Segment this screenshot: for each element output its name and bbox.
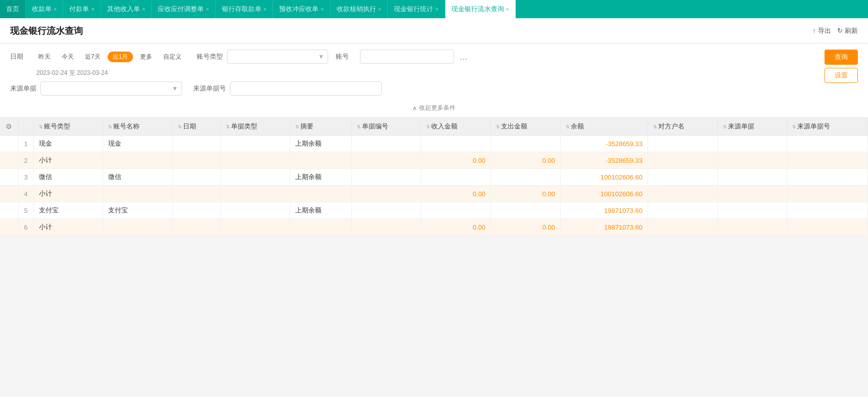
tab-close-icon[interactable]: ×	[435, 6, 438, 12]
cell-doc-type	[220, 219, 290, 236]
nav-tab-bank-flow[interactable]: 现金银行流水查询×	[445, 0, 516, 18]
cell-balance: -3528659.33	[561, 152, 648, 169]
cell-date	[173, 186, 221, 202]
cell-income: 0.00	[421, 152, 491, 169]
cell-account-type: 微信	[33, 169, 103, 186]
nav-tab-home[interactable]: 首页	[0, 0, 26, 18]
nav-tab-adjust[interactable]: 应收应付调整单×	[152, 0, 215, 18]
tab-close-icon[interactable]: ×	[263, 6, 266, 12]
collapse-icon: ∧	[413, 105, 417, 112]
cell-income	[421, 169, 491, 186]
cell-account-type: 支付宝	[33, 202, 103, 219]
refresh-button[interactable]: ↻ 刷新	[837, 26, 858, 35]
export-button[interactable]: ↑ 导出	[813, 26, 832, 35]
nav-tab-verify[interactable]: 收款核销执行×	[331, 0, 388, 18]
source-doc-no-input[interactable]	[230, 81, 382, 96]
cell-summary	[290, 219, 351, 236]
nav-tab-bank-deposit[interactable]: 银行存取款单×	[216, 0, 273, 18]
source-doc-select[interactable]	[40, 81, 182, 96]
nav-tab-label: 收款核销执行	[337, 5, 376, 14]
nav-tab-label: 首页	[6, 5, 19, 14]
export-icon: ↑	[813, 27, 816, 34]
date-btn-today[interactable]: 今天	[58, 52, 78, 62]
cell-source-doc-no	[787, 136, 868, 152]
date-btn-1month[interactable]: 近1月	[108, 52, 133, 62]
account-type-select[interactable]	[227, 50, 328, 64]
date-btn-7days[interactable]: 近7天	[81, 52, 105, 62]
source-doc-no-label: 来源单据号	[193, 84, 226, 93]
cell-date	[173, 136, 221, 152]
cell-account-name: 微信	[103, 169, 173, 186]
cell-expense	[491, 136, 561, 152]
top-navigation: 首页收款单×付款单×其他收入单×应收应付调整单×银行存取款单×预收冲应收单×收款…	[0, 0, 868, 18]
cell-account-type: 小计	[33, 219, 103, 236]
cell-summary	[290, 186, 351, 202]
col-source-doc-no: ⇅来源单据号	[787, 118, 868, 136]
date-btn-custom[interactable]: 自定义	[159, 52, 186, 62]
tab-close-icon[interactable]: ×	[91, 6, 94, 12]
tab-close-icon[interactable]: ×	[378, 6, 381, 12]
cell-date	[173, 152, 221, 169]
refresh-icon: ↻	[837, 27, 843, 34]
tab-close-icon[interactable]: ×	[142, 6, 145, 12]
nav-tab-receive[interactable]: 收款单×	[26, 0, 63, 18]
cell-income	[421, 202, 491, 219]
cell-counterpart	[648, 136, 717, 152]
account-input[interactable]	[360, 50, 454, 64]
date-btn-more[interactable]: 更多	[136, 52, 156, 62]
col-summary: ⇅摘要	[290, 118, 351, 136]
cell-source-doc	[717, 169, 787, 186]
settings-button[interactable]: 设置	[825, 68, 858, 83]
nav-tab-payment[interactable]: 付款单×	[63, 0, 101, 18]
sort-icon: ⇅	[178, 124, 182, 129]
nav-tab-label: 银行存取款单	[222, 5, 261, 14]
sort-icon: ⇅	[226, 124, 230, 129]
date-btn-yesterday[interactable]: 昨天	[34, 52, 55, 62]
tab-close-icon[interactable]: ×	[321, 6, 324, 12]
sort-icon: ⇅	[357, 124, 361, 129]
cell-account-name	[103, 219, 173, 236]
data-table: ⚙ ⇅账号类型 ⇅账号名称 ⇅日期 ⇅单据类型 ⇅摘要	[0, 118, 868, 236]
cell-num: 1	[18, 136, 33, 152]
cell-summary: 上期余额	[290, 136, 351, 152]
cell-source-doc	[717, 152, 787, 169]
dots-button[interactable]: ...	[458, 52, 470, 62]
cell-balance: 19871073.60	[561, 219, 648, 236]
sort-icon: ⇅	[792, 124, 796, 129]
cell-doc-no	[351, 219, 421, 236]
cell-doc-type	[220, 136, 290, 152]
col-income: ⇅收入金额	[421, 118, 491, 136]
nav-tab-label: 其他收入单	[107, 5, 140, 14]
table-row: 6 小计 0.00 0.00 19871073.60	[0, 219, 868, 236]
cell-balance: 100102606.60	[561, 169, 648, 186]
cell-counterpart	[648, 186, 717, 202]
nav-tab-other-income[interactable]: 其他收入单×	[101, 0, 152, 18]
cell-date	[173, 169, 221, 186]
cell-doc-no	[351, 202, 421, 219]
col-source-doc: ⇅来源单据	[717, 118, 787, 136]
cell-doc-type	[220, 152, 290, 169]
tab-close-icon[interactable]: ×	[54, 6, 57, 12]
sort-icon: ⇅	[295, 124, 299, 129]
query-button[interactable]: 查询	[825, 50, 858, 65]
col-doc-no: ⇅单据编号	[351, 118, 421, 136]
table-header-row: ⚙ ⇅账号类型 ⇅账号名称 ⇅日期 ⇅单据类型 ⇅摘要	[0, 118, 868, 136]
gear-icon[interactable]: ⚙	[6, 122, 12, 130]
cell-source-doc	[717, 136, 787, 152]
cell-settings	[0, 169, 18, 186]
col-num	[18, 118, 33, 136]
cell-expense	[491, 169, 561, 186]
source-doc-wrapper: ▼	[40, 81, 182, 96]
tab-close-icon[interactable]: ×	[206, 6, 209, 12]
cell-num: 5	[18, 202, 33, 219]
cell-settings	[0, 186, 18, 202]
collapse-bar[interactable]: ∧ 收起更多条件	[10, 101, 858, 114]
tab-close-icon[interactable]: ×	[506, 6, 509, 12]
date-label: 日期	[10, 52, 30, 61]
nav-tab-advance[interactable]: 预收冲应收单×	[273, 0, 330, 18]
nav-tab-bank-stat[interactable]: 现金银行统计×	[388, 0, 445, 18]
cell-source-doc-no	[787, 202, 868, 219]
table-row: 2 小计 0.00 0.00 -3528659.33	[0, 152, 868, 169]
cell-date	[173, 219, 221, 236]
table-row: 1 现金 现金 上期余额 -3528659.33	[0, 136, 868, 152]
